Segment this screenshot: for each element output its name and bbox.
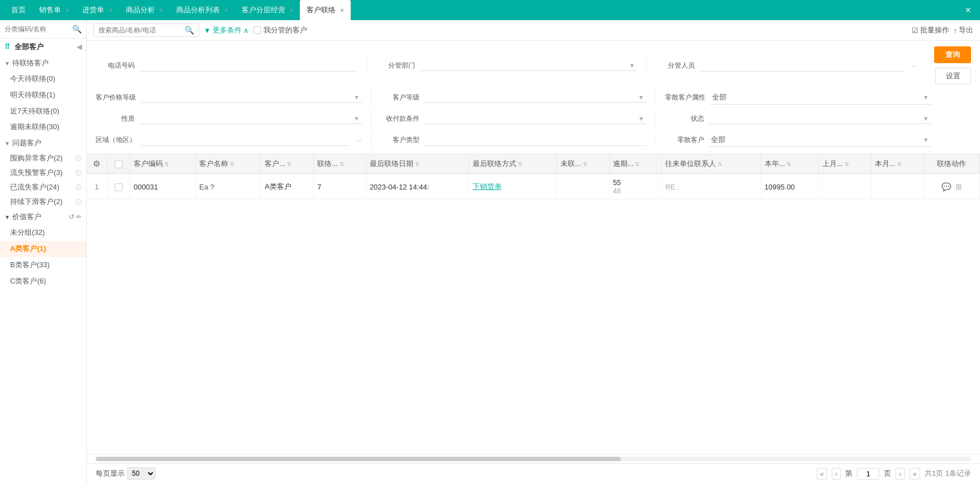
table-select-all-checkbox[interactable] <box>115 160 123 168</box>
sidebar-item-class-a[interactable]: A类客户(1) <box>0 241 86 257</box>
filter-cell-customer-type: 客户类型 <box>380 134 647 146</box>
close-product-analysis-list-tab[interactable]: × <box>224 0 228 20</box>
col-actions-header: 联络动作 <box>924 154 979 174</box>
col-method-sort-icon[interactable]: ⇅ <box>518 161 522 167</box>
filter-cell-phone: 电话号码 <box>96 60 357 72</box>
col-code-sort-icon[interactable]: ⇅ <box>164 161 169 167</box>
filter-nature-arrow: ▼ <box>354 115 360 122</box>
filter-row-2: 客户价格等级 ▼ 客户等级 ▼ 零散客户属性 <box>96 89 971 106</box>
filter-status-select[interactable]: ▼ <box>709 113 931 124</box>
page-total-info: 共1页 1条记录 <box>925 468 971 479</box>
last-page-button[interactable]: » <box>910 468 920 480</box>
row-chat-icon[interactable]: 💬 <box>941 182 951 191</box>
sidebar-item-abnormal[interactable]: 囤购异常客户(2) ⓘ <box>0 151 86 165</box>
col-this-month-sort-icon[interactable]: ⇅ <box>897 161 902 167</box>
sidebar-group-waiting[interactable]: ▼ 待联络客户 <box>0 55 86 71</box>
close-all-tabs[interactable]: × <box>960 4 976 16</box>
filter-region-input[interactable] <box>140 134 349 146</box>
filter-cell-person: 分管人员 ··· <box>656 60 917 72</box>
first-page-button[interactable]: « <box>817 468 827 480</box>
col-this-year-sort-icon[interactable]: ⇅ <box>786 161 791 167</box>
filter-retail-attr-select[interactable]: 全部 ▼ <box>710 91 931 105</box>
sidebar-group-value[interactable]: ▼ 价值客户 ↺ ✏ <box>0 209 86 225</box>
row-checkbox[interactable] <box>115 183 123 191</box>
sidebar-item-7days[interactable]: 近7天待联络(0) <box>0 103 86 120</box>
filter-price-level-select[interactable]: ▼ <box>140 92 362 103</box>
sidebar-item-unclassified[interactable]: 未分组(32) <box>0 225 86 241</box>
export-button[interactable]: ↑ 导出 <box>954 25 974 35</box>
filter-payment-select[interactable]: ▼ <box>424 113 647 124</box>
filter-retail-arrow: ▼ <box>923 136 929 143</box>
sidebar-group-problem[interactable]: ▼ 问题客户 <box>0 135 86 151</box>
nav-product-analysis[interactable]: 商品分析 × <box>119 0 169 20</box>
filter-customer-type-input[interactable] <box>424 134 647 146</box>
filter-phone-input[interactable] <box>139 60 357 72</box>
sidebar-item-class-b[interactable]: B类客户(33) <box>0 257 86 273</box>
cell-code: 000031 <box>130 174 196 200</box>
filter-arrow-icon: ∧ <box>243 26 249 35</box>
col-last-month-sort-icon[interactable]: ⇅ <box>845 161 849 167</box>
col-contact-sort-icon[interactable]: ⇅ <box>340 161 344 167</box>
nav-product-analysis-list[interactable]: 商品分析列表 × <box>169 0 234 20</box>
my-customers-checkbox[interactable] <box>253 26 261 34</box>
nav-purchase[interactable]: 进货单 × <box>76 0 119 20</box>
settings-button[interactable]: 设置 <box>935 68 971 84</box>
col-contact-count-header: 联络... ⇅ <box>314 154 366 174</box>
filter-retail-select[interactable]: 全部 ▼ <box>709 133 931 147</box>
nav-sales[interactable]: 销售单 × <box>32 0 76 20</box>
close-purchase-tab[interactable]: × <box>109 0 112 20</box>
sidebar-item-overdue[interactable]: 逾期未联络(30) <box>0 119 86 135</box>
col-date-sort-icon[interactable]: ⇅ <box>415 161 420 167</box>
close-product-analysis-tab[interactable]: × <box>159 0 163 20</box>
toolbar-search-input[interactable] <box>98 26 182 34</box>
page-size-select[interactable]: 50 100 200 <box>127 467 156 480</box>
col-no-contact-sort-icon[interactable]: ⇅ <box>583 161 587 167</box>
sidebar-item-class-c[interactable]: C类客户(6) <box>0 273 86 290</box>
more-filter-button[interactable]: ▼ 更多条件 ∧ <box>204 25 249 35</box>
batch-operation-button[interactable]: ☑ 批量操作 <box>912 25 949 35</box>
col-name-sort-icon[interactable]: ⇅ <box>230 161 234 167</box>
page-label: 第 <box>845 468 852 479</box>
horizontal-scrollbar <box>87 454 980 463</box>
last-method-link[interactable]: 下销货单 <box>473 182 502 191</box>
next-page-button[interactable]: › <box>896 468 904 480</box>
toolbar-search-icon[interactable]: 🔍 <box>185 26 194 35</box>
scrollbar-thumb[interactable] <box>96 457 621 461</box>
close-customer-tier-tab[interactable]: × <box>290 0 293 20</box>
filter-cell-region: 区域（地区） ··· <box>96 134 362 146</box>
sidebar-item-churned[interactable]: 已流失客户(24) ⓘ <box>0 180 86 195</box>
my-customers-filter[interactable]: 我分管的客户 <box>253 25 307 35</box>
filter-person-dots[interactable]: ··· <box>911 61 917 70</box>
query-button[interactable]: 查询 <box>934 46 971 63</box>
sidebar-all-customers-header[interactable]: ⠿ 全部客户 ◀ <box>0 39 86 55</box>
filter-dept-select[interactable]: ▼ <box>420 60 638 71</box>
close-customer-contact-tab[interactable]: × <box>340 0 343 20</box>
col-type-sort-icon[interactable]: ⇅ <box>287 161 291 167</box>
col-overdue-sort-icon[interactable]: ⇅ <box>635 161 639 167</box>
table-row: 1 000031 Ea ? A类客户 <box>87 174 980 200</box>
sidebar-value-refresh-icon[interactable]: ↺ <box>69 213 74 221</box>
sidebar-item-today[interactable]: 今天待联络(0) <box>0 71 86 87</box>
cell-this-year: 10995.00 <box>761 174 819 200</box>
sidebar-collapse-icon[interactable]: ◀ <box>77 43 82 51</box>
nav-customer-tier[interactable]: 客户分层经营 × <box>235 0 300 20</box>
sidebar-item-churn-warning[interactable]: 流失预警客户(3) ⓘ <box>0 165 86 180</box>
close-sales-tab[interactable]: × <box>65 0 69 20</box>
prev-page-button[interactable]: ‹ <box>832 468 841 480</box>
row-grid-icon[interactable]: ⊞ <box>955 182 962 191</box>
page-number-input[interactable] <box>857 468 879 480</box>
sidebar-search-icon[interactable]: 🔍 <box>72 25 82 34</box>
cell-last-method: 下销货单 <box>469 174 557 200</box>
nav-customer-contact[interactable]: 客户联络 × <box>300 0 350 20</box>
filter-customer-level-select[interactable]: ▼ <box>424 92 647 103</box>
filter-region-dots[interactable]: ··· <box>356 136 362 144</box>
filter-nature-select[interactable]: ▼ <box>139 113 362 124</box>
sidebar-value-edit-icon[interactable]: ✏ <box>76 213 82 221</box>
col-person-sort-icon[interactable]: ⇅ <box>718 161 722 167</box>
sidebar-item-tomorrow[interactable]: 明天待联络(1) <box>0 87 86 103</box>
sidebar-search-input[interactable] <box>4 25 72 33</box>
filter-person-input[interactable] <box>699 60 904 72</box>
nav-home[interactable]: 首页 <box>4 0 32 20</box>
sidebar-item-declining[interactable]: 持续下滑客户(2) ⓘ <box>0 195 86 209</box>
table-gear-button[interactable]: ⚙ <box>93 159 100 169</box>
